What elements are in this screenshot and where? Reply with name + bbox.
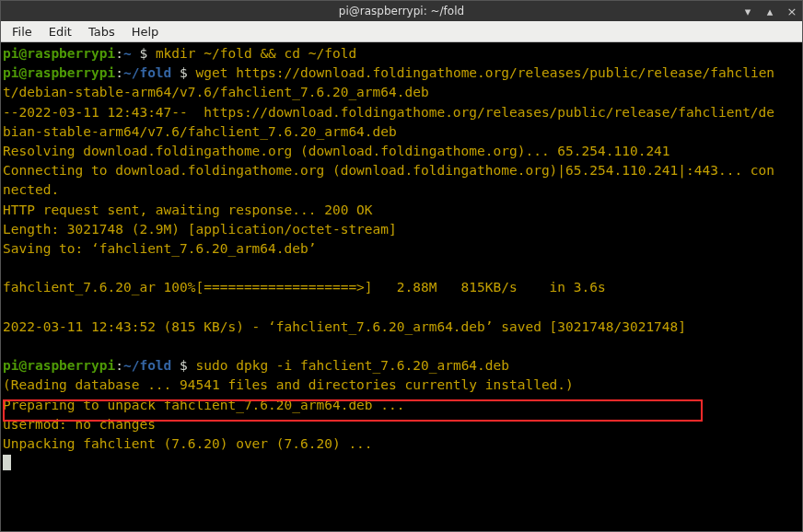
terminal-area[interactable]: pi@raspberrypi:~ $ mkdir ~/fold && cd ~/…	[1, 42, 802, 531]
cursor	[3, 455, 11, 470]
cmd-mkdir: mkdir ~/fold && cd ~/fold	[156, 46, 356, 61]
close-icon[interactable]: ×	[786, 5, 798, 18]
menu-edit[interactable]: Edit	[41, 23, 79, 40]
prompt-sep: :	[115, 358, 123, 373]
prompt-path: ~/fold	[123, 358, 171, 373]
prompt-user-host: pi@raspberrypi	[3, 46, 115, 61]
menu-file[interactable]: File	[5, 23, 40, 40]
menu-tabs[interactable]: Tabs	[81, 23, 122, 40]
wget-out-4: HTTP request sent, awaiting response... …	[3, 202, 373, 217]
prompt-dollar: $	[171, 65, 195, 80]
wget-out-1: --2022-03-11 12:43:47-- https://download…	[3, 105, 774, 139]
prompt-dollar: $	[171, 358, 195, 373]
window-title: pi@raspberrypi: ~/fold	[1, 5, 802, 17]
prompt-sep: :	[115, 65, 123, 80]
prompt-sep: :	[115, 46, 123, 61]
titlebar: pi@raspberrypi: ~/fold ▾ ▴ ×	[1, 1, 802, 21]
cmd-dpkg: sudo dpkg -i fahclient_7.6.20_arm64.deb	[196, 358, 509, 373]
annotation-arrow-icon	[35, 493, 802, 531]
prompt-path: ~/fold	[123, 65, 171, 80]
menu-help[interactable]: Help	[124, 23, 167, 40]
prompt-user-host: pi@raspberrypi	[3, 65, 115, 80]
window-buttons: ▾ ▴ ×	[741, 1, 798, 21]
prompt-user-host: pi@raspberrypi	[3, 358, 115, 373]
minimize-icon[interactable]: ▾	[741, 5, 754, 18]
menubar: File Edit Tabs Help	[1, 21, 802, 42]
dpkg-out-4: Unpacking fahclient (7.6.20) over (7.6.2…	[3, 436, 373, 451]
dpkg-out-1: (Reading database ... 94541 files and di…	[3, 377, 574, 392]
prompt-dollar: $	[132, 46, 156, 61]
dpkg-out-3: usermod: no changes	[3, 417, 156, 432]
prompt-path: ~	[123, 46, 132, 61]
dpkg-out-2: Preparing to unpack fahclient_7.6.20_arm…	[3, 398, 405, 412]
terminal-window: pi@raspberrypi: ~/fold ▾ ▴ × File Edit T…	[0, 0, 803, 532]
maximize-icon[interactable]: ▴	[763, 5, 776, 18]
wget-summary: 2022-03-11 12:43:52 (815 KB/s) - ‘fahcli…	[3, 319, 686, 334]
wget-out-2: Resolving download.foldingathome.org (do…	[3, 144, 670, 158]
wget-out-3: Connecting to download.foldingathome.org…	[3, 163, 774, 197]
wget-out-6: Saving to: ‘fahclient_7.6.20_arm64.deb’	[3, 241, 316, 256]
wget-progress: fahclient_7.6.20_ar 100%[===============…	[3, 280, 638, 295]
wget-out-5: Length: 3021748 (2.9M) [application/octe…	[3, 222, 397, 237]
